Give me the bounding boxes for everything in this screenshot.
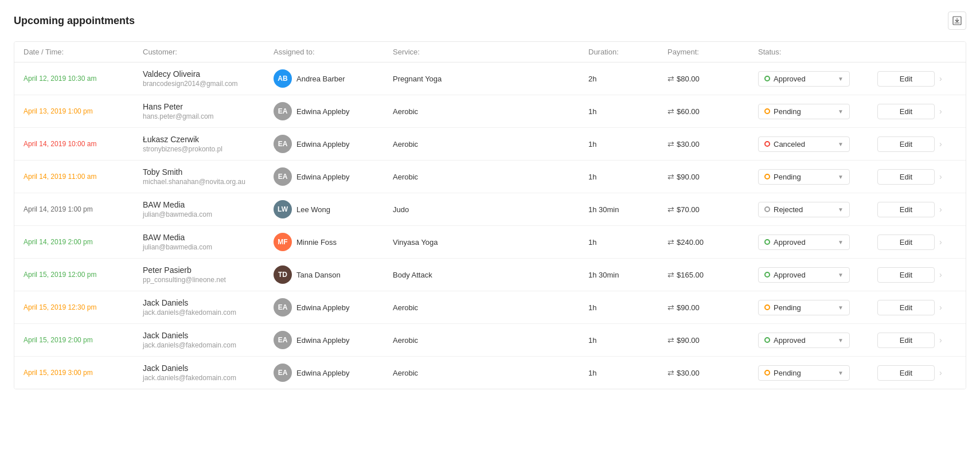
row-expand-icon[interactable]: › (939, 107, 956, 116)
row-expand-icon[interactable]: › (939, 303, 956, 312)
table-row: April 12, 2019 10:30 am Valdecy Oliveira… (14, 62, 966, 95)
assigned-info: AB Andrea Barber (274, 69, 388, 88)
status-dropdown[interactable]: Pending ▼ (758, 104, 850, 119)
customer-info: Łukasz Czerwik stronybiznes@prokonto.pl (143, 135, 269, 153)
row-expand-icon[interactable]: › (939, 335, 956, 345)
edit-button[interactable]: Edit (877, 169, 935, 185)
payment: ⇄ $80.00 (667, 74, 753, 83)
status-dot (764, 239, 770, 245)
status-cell: Pending ▼ (758, 365, 873, 381)
page-title: Upcoming appointments (14, 15, 135, 27)
page-header: Upcoming appointments (14, 11, 966, 30)
status-cell: Canceled ▼ (758, 136, 873, 152)
chevron-down-icon: ▼ (838, 272, 844, 278)
avatar: EA (274, 167, 292, 186)
status-dot (764, 76, 770, 81)
duration: 1h (588, 238, 663, 247)
table-row: April 14, 2019 1:00 pm BAW Media julian@… (14, 193, 966, 226)
service-name: Vinyasa Yoga (393, 238, 584, 247)
assigned-info: EA Edwina Appleby (274, 298, 388, 317)
row-expand-icon[interactable]: › (939, 237, 956, 247)
col-header-actions (877, 48, 935, 56)
customer-name: BAW Media (143, 200, 269, 209)
customer-email: stronybiznes@prokonto.pl (143, 145, 269, 153)
appointment-date: April 15, 2019 12:00 pm (24, 271, 138, 279)
status-dropdown[interactable]: Pending ▼ (758, 365, 850, 381)
col-header-date: Date / Time: (24, 48, 138, 56)
payment: ⇄ $90.00 (667, 172, 753, 181)
export-button[interactable] (948, 11, 966, 30)
status-label: Canceled (774, 140, 834, 149)
assigned-name: Minnie Foss (296, 238, 337, 247)
customer-name: Hans Peter (143, 102, 269, 111)
payment-icon: ⇄ (667, 237, 674, 247)
customer-name: Jack Daniels (143, 331, 269, 340)
status-label: Approved (774, 336, 834, 345)
page-container: Upcoming appointments Date / Time: Custo… (0, 0, 980, 401)
customer-name: Jack Daniels (143, 364, 269, 373)
appointment-date: April 14, 2019 11:00 am (24, 173, 138, 181)
assigned-info: EA Edwina Appleby (274, 331, 388, 349)
payment: ⇄ $240.00 (667, 237, 753, 247)
chevron-down-icon: ▼ (838, 108, 844, 115)
duration: 2h (588, 75, 663, 83)
edit-button[interactable]: Edit (877, 365, 935, 381)
assigned-info: EA Edwina Appleby (274, 167, 388, 186)
status-cell: Approved ▼ (758, 71, 873, 87)
service-name: Aerobic (393, 107, 584, 116)
row-expand-icon[interactable]: › (939, 139, 956, 149)
status-dropdown[interactable]: Canceled ▼ (758, 136, 850, 152)
table-row: April 14, 2019 10:00 am Łukasz Czerwik s… (14, 128, 966, 161)
status-cell: Approved ▼ (758, 235, 873, 250)
avatar: EA (274, 135, 292, 153)
edit-button[interactable]: Edit (877, 136, 935, 152)
table-row: April 14, 2019 2:00 pm BAW Media julian@… (14, 226, 966, 259)
status-dot (764, 174, 770, 179)
edit-button[interactable]: Edit (877, 104, 935, 119)
row-expand-icon[interactable]: › (939, 172, 956, 181)
edit-button[interactable]: Edit (877, 333, 935, 348)
duration: 1h (588, 336, 663, 345)
table-row: April 15, 2019 12:00 pm Peter Pasierb pp… (14, 259, 966, 291)
appointment-date: April 12, 2019 10:30 am (24, 75, 138, 83)
row-expand-icon[interactable]: › (939, 205, 956, 214)
status-dropdown[interactable]: Approved ▼ (758, 333, 850, 348)
edit-button[interactable]: Edit (877, 300, 935, 315)
edit-button[interactable]: Edit (877, 71, 935, 87)
customer-info: Toby Smith michael.shanahan@novita.org.a… (143, 167, 269, 186)
payment-icon: ⇄ (667, 107, 674, 116)
customer-info: Hans Peter hans.peter@gmail.com (143, 102, 269, 120)
edit-button[interactable]: Edit (877, 235, 935, 250)
status-dropdown[interactable]: Approved ▼ (758, 71, 850, 87)
chevron-down-icon: ▼ (838, 141, 844, 147)
status-dot (764, 108, 770, 114)
chevron-down-icon: ▼ (838, 76, 844, 82)
chevron-down-icon: ▼ (838, 206, 844, 213)
duration: 1h (588, 140, 663, 149)
customer-info: Jack Daniels jack.daniels@fakedomain.com (143, 364, 269, 382)
table-row: April 15, 2019 3:00 pm Jack Daniels jack… (14, 357, 966, 389)
payment-icon: ⇄ (667, 368, 674, 377)
status-dropdown[interactable]: Approved ▼ (758, 235, 850, 250)
status-dropdown[interactable]: Pending ▼ (758, 300, 850, 315)
appointments-table: Date / Time: Customer: Assigned to: Serv… (14, 41, 966, 389)
payment: ⇄ $70.00 (667, 205, 753, 214)
status-dropdown[interactable]: Rejected ▼ (758, 202, 850, 217)
status-cell: Pending ▼ (758, 300, 873, 315)
service-name: Pregnant Yoga (393, 75, 584, 83)
avatar: LW (274, 200, 292, 218)
edit-button[interactable]: Edit (877, 202, 935, 217)
row-expand-icon[interactable]: › (939, 270, 956, 279)
service-name: Aerobic (393, 173, 584, 181)
avatar: EA (274, 331, 292, 349)
row-expand-icon[interactable]: › (939, 368, 956, 377)
status-dot (764, 141, 770, 147)
row-expand-icon[interactable]: › (939, 74, 956, 83)
customer-info: Jack Daniels jack.daniels@fakedomain.com (143, 331, 269, 349)
status-dropdown[interactable]: Pending ▼ (758, 169, 850, 185)
edit-button[interactable]: Edit (877, 267, 935, 283)
service-name: Body Attack (393, 271, 584, 279)
status-dropdown[interactable]: Approved ▼ (758, 267, 850, 283)
customer-name: BAW Media (143, 233, 269, 242)
status-label: Rejected (774, 205, 834, 214)
